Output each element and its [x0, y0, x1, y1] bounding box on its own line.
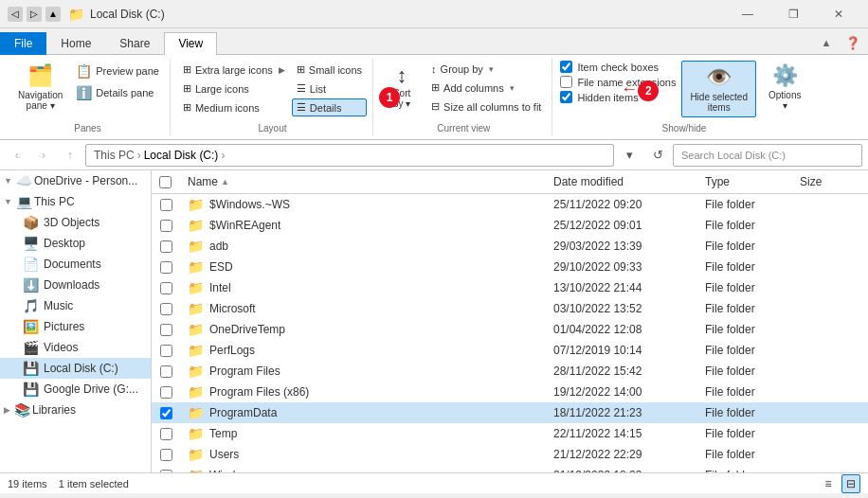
sidebar-item-onedrive[interactable]: ▼ ☁️ OneDrive - Person...	[0, 170, 151, 191]
details-button[interactable]: ☰ Details	[292, 98, 367, 116]
table-row[interactable]: 📁$WinREAgent 25/12/2022 09:01 File folde…	[152, 215, 868, 236]
folder-icon: 📁	[188, 468, 204, 472]
table-row[interactable]: 📁PerfLogs 07/12/2019 10:14 File folder	[152, 340, 868, 361]
list-button[interactable]: ☰ List	[292, 80, 367, 98]
address-crumb-current[interactable]: Local Disk (C:)	[144, 149, 219, 162]
add-columns-button[interactable]: ⊞ Add columns▾	[426, 79, 546, 97]
address-crumb-thispc[interactable]: This PC	[94, 149, 135, 162]
panes-label: Panes	[74, 121, 100, 133]
navigation-bar: ‹ › ↑ This PC › Local Disk (C:) › ▾ ↺ Se…	[0, 140, 868, 170]
hidden-items-checkbox[interactable]	[560, 91, 572, 103]
sidebar-item-3dobjects[interactable]: 📦 3D Objects	[0, 212, 151, 233]
help-button[interactable]: ❓	[841, 31, 864, 54]
expand-icon-libraries: ▶	[4, 405, 10, 415]
file-extensions-checkbox[interactable]	[560, 76, 572, 88]
pane-small-buttons: 📋 Preview pane ℹ️ Details pane	[71, 61, 164, 103]
large-icons-button[interactable]: ⊞ Large icons	[178, 80, 290, 98]
up-dir-button[interactable]: ↑	[59, 144, 81, 167]
medium-icons-button[interactable]: ⊞ Medium icons	[178, 98, 290, 116]
expand-icon: ▼	[4, 176, 12, 186]
navigation-pane-button[interactable]: 🗂️ Navigationpane ▾	[11, 61, 69, 114]
up-icon: ▲	[45, 7, 61, 22]
ribbon-group-layout: ⊞ Extra large icons▶ ⊞ Large icons ⊞ Med…	[172, 59, 373, 135]
sidebar-item-googledrive[interactable]: 💾 Google Drive (G:...	[0, 379, 151, 400]
music-icon: 🎵	[23, 298, 39, 313]
hide-selected-button[interactable]: 👁️ Hide selecteditems	[681, 61, 756, 117]
header-name[interactable]: Name ▲	[180, 173, 546, 190]
layout-small-group2: ⊞ Small icons ☰ List ☰ Details	[292, 61, 367, 116]
item-checkboxes-option[interactable]: Item check boxes	[560, 61, 676, 73]
3dobjects-icon: 📦	[23, 215, 39, 230]
show-hide-checkboxes: Item check boxes File name extensions Hi…	[560, 61, 676, 103]
address-bar[interactable]: This PC › Local Disk (C:) ›	[85, 144, 614, 167]
item-checkboxes-checkbox[interactable]	[560, 61, 572, 73]
current-view-label: Current view	[437, 121, 490, 133]
maximize-button[interactable]: ❐	[771, 0, 815, 28]
extra-large-icons-button[interactable]: ⊞ Extra large icons▶	[178, 61, 290, 79]
window-controls: — ❐ ✕	[726, 0, 860, 28]
file-extensions-option[interactable]: File name extensions	[560, 76, 676, 88]
sidebar-item-videos[interactable]: 🎬 Videos	[0, 337, 151, 358]
header-checkbox[interactable]	[152, 173, 180, 190]
search-placeholder: Search Local Disk (C:)	[681, 150, 786, 161]
sidebar-item-downloads[interactable]: ⬇️ Downloads	[0, 275, 151, 295]
select-all-checkbox[interactable]	[159, 176, 172, 188]
table-row[interactable]: 📁Temp 22/11/2022 14:15 File folder	[152, 423, 868, 444]
sort-icon: ↕️	[397, 63, 407, 88]
minimize-button[interactable]: —	[726, 0, 769, 28]
sort-by-button[interactable]: ↕️ Sortby ▾	[381, 61, 423, 112]
folder-icon: 📁	[188, 405, 204, 420]
tab-view[interactable]: View	[164, 32, 217, 55]
folder-icon: 📁	[188, 322, 204, 337]
tab-home[interactable]: Home	[46, 32, 105, 55]
tab-file[interactable]: File	[0, 32, 46, 55]
show-hide-content: Item check boxes File name extensions Hi…	[560, 61, 807, 121]
options-button[interactable]: ⚙️ Options▾	[762, 61, 807, 114]
size-columns-button[interactable]: ⊟ Size all columns to fit	[426, 98, 546, 116]
details-view-button[interactable]: ⊟	[841, 474, 860, 493]
table-row[interactable]: 📁Users 21/12/2022 22:29 File folder	[152, 444, 868, 465]
table-row[interactable]: 📁$Windows.~WS 25/11/2022 09:20 File fold…	[152, 194, 868, 215]
table-row[interactable]: 📁Program Files 28/11/2022 15:42 File fol…	[152, 361, 868, 382]
header-date[interactable]: Date modified	[546, 173, 697, 190]
close-button[interactable]: ✕	[817, 0, 860, 28]
table-row[interactable]: 📁OneDriveTemp 01/04/2022 12:08 File fold…	[152, 319, 868, 340]
hidden-items-option[interactable]: Hidden items	[560, 91, 676, 103]
desktop-icon: 🖥️	[23, 236, 39, 251]
sidebar-item-desktop[interactable]: 🖥️ Desktop	[0, 233, 151, 254]
table-row[interactable]: 📁Windows 31/12/2022 18:23 File folder	[152, 465, 868, 472]
list-view-button[interactable]: ≡	[819, 474, 838, 493]
table-row[interactable]: 📁ProgramData 18/11/2022 21:23 File folde…	[152, 402, 868, 423]
header-type[interactable]: Type	[697, 173, 792, 190]
table-row[interactable]: 📁Program Files (x86) 19/12/2022 14:00 Fi…	[152, 382, 868, 402]
forward-button[interactable]: ›	[32, 144, 55, 167]
ribbon-collapse-btn[interactable]: ▲	[815, 31, 838, 54]
table-row[interactable]: 📁Microsoft 03/10/2022 13:52 File folder	[152, 298, 868, 319]
sidebar-item-documents[interactable]: 📄 Documents	[0, 254, 151, 275]
refresh-button[interactable]: ↺	[646, 144, 669, 167]
group-by-button[interactable]: ↕ Group by▾	[426, 61, 546, 78]
sidebar-item-libraries[interactable]: ▶ 📚 Libraries	[0, 400, 151, 420]
panes-buttons: 🗂️ Navigationpane ▾ 📋 Preview pane ℹ️ De…	[11, 61, 164, 121]
folder-icon: 📁	[188, 218, 204, 233]
googledrive-icon: 💾	[23, 382, 39, 397]
preview-pane-button[interactable]: 📋 Preview pane	[71, 61, 164, 81]
table-row[interactable]: 📁adb 29/03/2022 13:39 File folder	[152, 236, 868, 257]
title-bar: ◁ ▷ ▲ 📁 Local Disk (C:) — ❐ ✕	[0, 0, 868, 28]
table-row[interactable]: 📁ESD 29/10/2022 09:33 File folder	[152, 257, 868, 277]
tab-share[interactable]: Share	[105, 32, 164, 55]
sidebar-item-localdisk[interactable]: 💾 Local Disk (C:)	[0, 358, 151, 379]
small-icons-button[interactable]: ⊞ Small icons	[292, 61, 367, 79]
table-row[interactable]: 📁Intel 13/10/2022 21:44 File folder	[152, 277, 868, 298]
search-bar[interactable]: Search Local Disk (C:)	[673, 144, 862, 167]
header-size[interactable]: Size	[792, 173, 868, 190]
back-button[interactable]: ‹	[6, 144, 28, 167]
address-dropdown-btn[interactable]: ▾	[618, 144, 641, 167]
file-checkbox-cell[interactable]	[152, 197, 180, 213]
folder-icon: 📁	[188, 259, 204, 275]
details-pane-button[interactable]: ℹ️ Details pane	[71, 82, 164, 103]
sidebar-item-thispc[interactable]: ▼ 💻 This PC	[0, 191, 151, 212]
sidebar-item-pictures[interactable]: 🖼️ Pictures	[0, 316, 151, 337]
localdisk-icon: 💾	[23, 361, 39, 376]
sidebar-item-music[interactable]: 🎵 Music	[0, 295, 151, 316]
